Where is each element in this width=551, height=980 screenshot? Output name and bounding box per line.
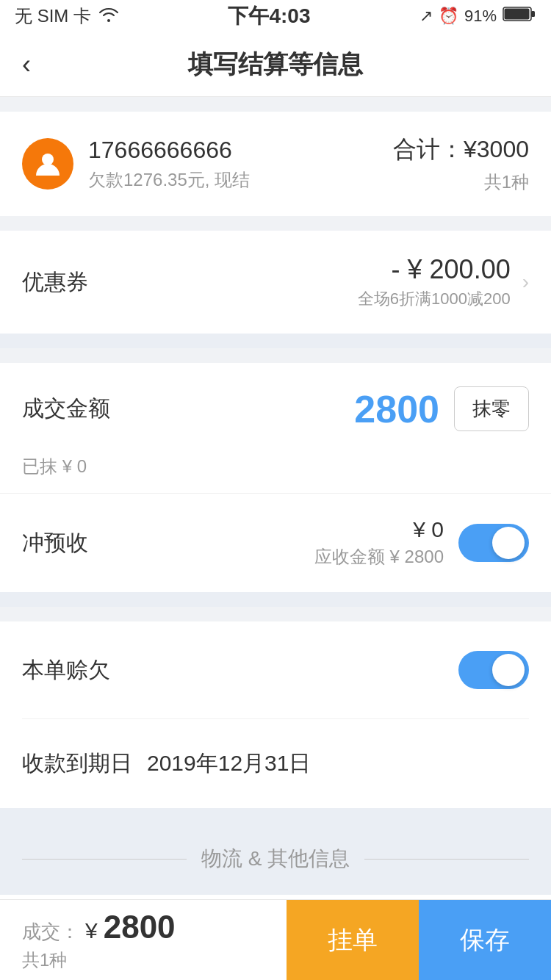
customer-total: 合计：¥3000 共1种 [393,134,529,194]
avatar [22,138,73,190]
footer-deal-label: 成交： [22,919,79,945]
alarm-icon: ⏰ [439,7,458,26]
customer-phone: 17666666666 [88,137,250,164]
location-icon: ↗ [419,7,433,26]
prepay-label: 冲预收 [22,528,88,558]
prepay-amount-block: ¥ 0 应收金额 ¥ 2800 [314,517,444,569]
discount-sub: 全场6折满1000减200 [358,288,511,310]
discount-row[interactable]: 优惠券 - ¥ 200.00 全场6折满1000减200 › [0,231,551,334]
hang-button[interactable]: 挂单 [287,900,419,981]
discount-label: 优惠券 [22,267,88,298]
prepay-row: 冲预收 ¥ 0 应收金额 ¥ 2800 [0,494,551,592]
save-button[interactable]: 保存 [419,900,551,981]
deal-sub: 已抹 ¥ 0 [0,455,551,493]
battery-icon [503,6,536,26]
page-title: 填写结算等信息 [188,48,363,82]
divider-2 [0,592,551,607]
main-content: 17666666666 欠款1276.35元, 现结 合计：¥3000 共1种 … [0,112,551,980]
bottom-footer: 成交： ¥ 2800 共1种 挂单 保存 [0,899,551,980]
status-time: 下午4:03 [228,2,310,30]
svg-rect-1 [531,11,535,17]
divider-1 [0,334,551,348]
status-bar: 无 SIM 卡 下午4:03 ↗ ⏰ 91% [0,0,551,32]
date-row: 收款到期日 2019年12月31日 [0,719,551,808]
status-right: ↗ ⏰ 91% [419,6,536,26]
prepay-right: ¥ 0 应收金额 ¥ 2800 [314,517,529,569]
svg-rect-2 [504,9,529,20]
prepay-toggle[interactable] [458,524,529,562]
wifi-icon [98,6,119,26]
prepay-sub: 应收金额 ¥ 2800 [314,545,444,569]
chevron-right-icon: › [522,270,529,294]
deal-amount: 2800 [354,387,439,431]
debt-section: 本单赊欠 收款到期日 2019年12月31日 [0,621,551,808]
carrier-label: 无 SIM 卡 [15,4,91,28]
discount-right: - ¥ 200.00 全场6折满1000减200 › [358,254,529,310]
debt-toggle[interactable] [458,651,529,689]
total-count: 共1种 [393,170,529,194]
discount-section: 优惠券 - ¥ 200.00 全场6折满1000减200 › [0,231,551,334]
date-label: 收款到期日 [22,749,132,779]
deal-section: 成交金额 2800 抹零 已抹 ¥ 0 冲预收 ¥ 0 应收金额 ¥ 2800 [0,363,551,592]
footer-info: 成交： ¥ 2800 共1种 [0,909,287,972]
customer-info: 17666666666 欠款1276.35元, 现结 [88,137,250,192]
nav-bar: ‹ 填写结算等信息 [0,32,551,97]
deal-label: 成交金额 [22,394,110,424]
prepay-amount: ¥ 0 [314,517,444,542]
debt-toggle-knob [492,654,525,686]
debt-row: 本单赊欠 [0,621,551,718]
round-zero-button[interactable]: 抹零 [454,386,529,431]
debt-label: 本单赊欠 [22,655,110,685]
svg-point-3 [42,154,54,165]
discount-amount: - ¥ 200.00 [358,254,511,285]
logistics-header: 物流 & 其他信息 [0,823,551,895]
total-amount: 合计：¥3000 [393,134,529,166]
customer-left: 17666666666 欠款1276.35元, 现结 [22,137,250,192]
logistics-line-right [364,859,529,860]
footer-deal-row: 成交： ¥ 2800 [22,909,264,945]
footer-amount: 2800 [104,909,176,945]
back-button[interactable]: ‹ [22,51,31,78]
logistics-line-left [22,859,187,860]
battery-label: 91% [464,7,497,26]
date-value: 2019年12月31日 [147,749,311,779]
toggle-knob [492,527,525,559]
customer-sub: 欠款1276.35元, 现结 [88,168,250,192]
status-left: 无 SIM 卡 [15,4,119,28]
deal-right: 2800 抹零 [354,386,529,431]
customer-card: 17666666666 欠款1276.35元, 现结 合计：¥3000 共1种 [0,112,551,216]
divider-3 [0,808,551,823]
logistics-label: 物流 & 其他信息 [201,845,350,873]
footer-yen-sign: ¥ [85,918,98,943]
deal-row: 成交金额 2800 抹零 [0,363,551,455]
footer-count: 共1种 [22,948,264,972]
